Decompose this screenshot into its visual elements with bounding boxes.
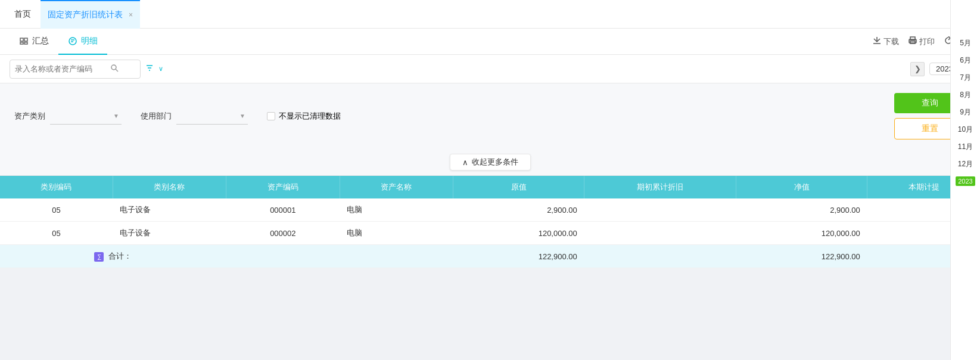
print-button[interactable]: 打印 [909, 36, 935, 47]
table-total-row: ∑ 合计： 122,900.00 122,900.00 [0, 245, 980, 268]
svg-line-13 [116, 69, 118, 72]
svg-rect-11 [910, 41, 915, 44]
department-select[interactable]: ▼ [176, 108, 248, 125]
sidebar-month-10[interactable]: 10月 [951, 122, 980, 137]
download-button[interactable]: 下载 [873, 36, 899, 47]
total-label-cell: ∑ 合计： [0, 245, 226, 268]
table-row: 05 电子设备 000001 电脑 2,900.00 2,900.00 [0, 198, 980, 222]
asset-category-label: 资产类别 [14, 111, 45, 122]
col-asset-name: 资产名称 [340, 176, 453, 198]
table-row: 05 电子设备 000002 电脑 120,000.00 120,000.00 [0, 222, 980, 245]
collapse-bar: ∧ 收起更多条件 [14, 149, 966, 175]
search-bar: ∨ ❯ 2023.01 [0, 55, 980, 83]
summary-icon [19, 36, 29, 46]
row1-original-value: 2,900.00 [453, 198, 584, 222]
row1-asset-code: 000001 [226, 198, 340, 222]
download-icon [873, 36, 881, 46]
sidebar-year-badge[interactable]: 2023 [956, 176, 975, 186]
active-tab[interactable]: 固定资产折旧统计表 × [41, 0, 140, 29]
print-label: 打印 [919, 36, 935, 47]
collapse-chevron-icon: ∧ [462, 158, 468, 167]
home-nav-item[interactable]: 首页 [10, 9, 36, 20]
svg-rect-2 [20, 42, 23, 44]
svg-rect-0 [20, 38, 23, 41]
filter-area: 资产类别 ▼ 使用部门 ▼ 不显示已清理数据 查询 重置 ∧ 收起更多条件 [0, 83, 980, 176]
sidebar-month-9[interactable]: 9月 [951, 105, 980, 120]
tab-bar: 汇总 明细 下载 打印 刷新 [0, 29, 980, 55]
no-cleared-checkbox[interactable]: 不显示已清理数据 [267, 111, 341, 122]
filter-row: 资产类别 ▼ 使用部门 ▼ 不显示已清理数据 查询 重置 [14, 93, 966, 139]
print-icon [909, 36, 917, 46]
col-accumulated-depreciation: 期初累计折旧 [584, 176, 736, 198]
collapse-btn-label: 收起更多条件 [472, 157, 518, 167]
active-tab-label: 固定资产折旧统计表 [48, 10, 123, 20]
right-sidebar: 5月 6月 7月 8月 9月 10月 11月 12月 2023 [950, 0, 980, 360]
asset-category-select[interactable]: ▼ [50, 108, 122, 125]
search-icon[interactable] [110, 64, 119, 74]
tab-close-button[interactable]: × [129, 11, 133, 19]
more-conditions-button[interactable]: ∨ [145, 64, 163, 74]
sidebar-month-8[interactable]: 8月 [951, 88, 980, 103]
row1-category-code: 05 [0, 198, 113, 222]
row1-asset-name: 电脑 [340, 198, 453, 222]
tab-summary-label: 汇总 [32, 36, 49, 46]
total-empty1 [226, 245, 340, 268]
download-label: 下载 [883, 36, 899, 47]
collapse-more-conditions-button[interactable]: ∧ 收起更多条件 [450, 154, 531, 170]
total-net-value: 122,900.00 [736, 245, 867, 268]
svg-point-12 [111, 65, 116, 70]
svg-point-4 [69, 38, 76, 45]
row2-original-value: 120,000.00 [453, 222, 584, 245]
data-table-wrap: 类别编码 类别名称 资产编码 资产名称 原值 期初累计折旧 净值 本期计提 05… [0, 176, 980, 268]
total-empty2 [340, 245, 453, 268]
data-table: 类别编码 类别名称 资产编码 资产名称 原值 期初累计折旧 净值 本期计提 05… [0, 176, 980, 268]
row2-category-name: 电子设备 [113, 222, 226, 245]
row2-asset-code: 000002 [226, 222, 340, 245]
collapse-sidebar-button[interactable]: ❯ [910, 62, 925, 76]
tab-detail-label: 明细 [81, 36, 98, 46]
asset-category-filter: 资产类别 ▼ [14, 108, 122, 125]
total-original-value: 122,900.00 [453, 245, 584, 268]
sidebar-month-6[interactable]: 6月 [951, 53, 980, 68]
svg-rect-1 [24, 38, 27, 41]
sidebar-month-11[interactable]: 11月 [951, 139, 980, 154]
row2-net-value: 120,000.00 [736, 222, 867, 245]
total-label: 合计： [108, 252, 132, 260]
sidebar-month-7[interactable]: 7月 [951, 70, 980, 85]
row2-accumulated-depreciation [584, 222, 736, 245]
tab-summary[interactable]: 汇总 [10, 29, 58, 55]
col-net-value: 净值 [736, 176, 867, 198]
tab-group: 汇总 明细 [10, 29, 107, 55]
total-sum-icon: ∑ [94, 252, 104, 262]
no-cleared-label: 不显示已清理数据 [279, 111, 341, 122]
checkbox-icon [267, 112, 275, 120]
chevron-right-icon: ❯ [914, 64, 921, 73]
sidebar-month-5[interactable]: 5月 [951, 36, 980, 51]
row1-category-name: 电子设备 [113, 198, 226, 222]
tab-detail[interactable]: 明细 [58, 29, 107, 55]
col-category-name: 类别名称 [113, 176, 226, 198]
col-asset-code: 资产编码 [226, 176, 340, 198]
row2-category-code: 05 [0, 222, 113, 245]
dept-select-arrow-icon: ▼ [239, 113, 245, 119]
select-arrow-icon: ▼ [113, 113, 119, 119]
row1-net-value: 2,900.00 [736, 198, 867, 222]
table-header-row: 类别编码 类别名称 资产编码 资产名称 原值 期初累计折旧 净值 本期计提 [0, 176, 980, 198]
col-original-value: 原值 [453, 176, 584, 198]
total-accumulated-depreciation [584, 245, 736, 268]
detail-icon [68, 36, 77, 46]
top-nav-bar: 首页 固定资产折旧统计表 × ✕ [0, 0, 980, 29]
row1-accumulated-depreciation [584, 198, 736, 222]
department-filter: 使用部门 ▼ [141, 108, 248, 125]
sidebar-month-12[interactable]: 12月 [951, 157, 980, 172]
search-input-wrap[interactable] [10, 60, 141, 79]
search-input[interactable] [15, 64, 110, 73]
svg-rect-3 [24, 42, 27, 44]
row2-asset-name: 电脑 [340, 222, 453, 245]
chevron-down-icon: ∨ [158, 65, 163, 73]
department-label: 使用部门 [141, 111, 172, 122]
col-category-code: 类别编码 [0, 176, 113, 198]
filter-icon [145, 64, 154, 74]
